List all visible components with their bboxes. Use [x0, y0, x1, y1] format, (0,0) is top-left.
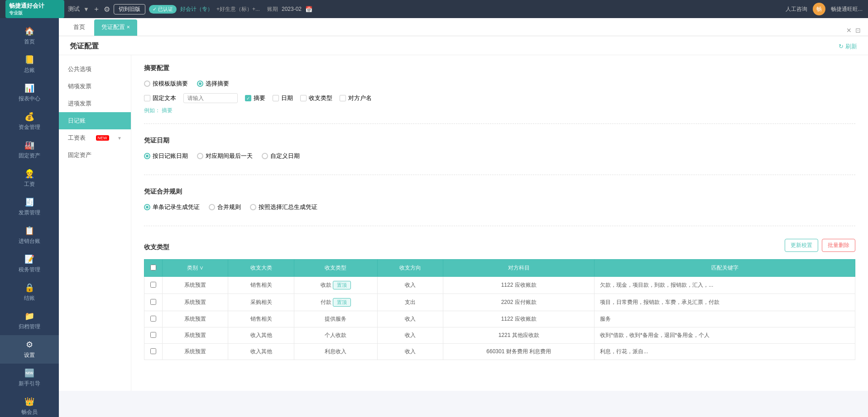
radio-journal-date[interactable]: 按日记账日期	[144, 152, 188, 160]
cb-counterpart-name[interactable]: 对方户名	[340, 94, 372, 102]
row3-counterpart: 1122 应收账款	[443, 311, 595, 327]
nav-item-purchase-invoice[interactable]: 进项发票	[59, 95, 131, 112]
sidebar-item-tax[interactable]: 📝 税务管理	[0, 250, 59, 278]
sidebar-label-assets: 固定资产	[19, 152, 40, 160]
row1-checkbox[interactable]	[144, 277, 163, 294]
nav-item-payroll-table[interactable]: 工资表 NEW ▼	[59, 129, 131, 147]
period-label: 账期	[267, 5, 278, 13]
sidebar-item-reports[interactable]: 📊 报表中心	[0, 79, 59, 107]
cb-income-type[interactable]: 收支类型	[300, 94, 332, 102]
archive-icon: 📁	[24, 311, 34, 321]
maximize-window-btn[interactable]: ⊡	[855, 27, 861, 34]
voucher-date-radio-group: 按日记账日期 对应期间最后一天 自定义日期	[144, 152, 855, 160]
fixed-text-input[interactable]	[183, 93, 238, 103]
row1-income-type: 收款 置顶	[294, 277, 377, 294]
checkbox-box-fixed	[144, 95, 150, 101]
service-label[interactable]: 人工咨询	[786, 5, 807, 13]
summary-radio-select[interactable]: 选择摘要	[197, 80, 229, 88]
row5-major-type: 收入其他	[228, 344, 294, 360]
right-content: 摘要配置 按模板版摘要 选择摘要	[131, 55, 868, 391]
sidebar-item-funds[interactable]: 💰 资金管理	[0, 107, 59, 136]
sidebar-item-archive[interactable]: 📁 归档管理	[0, 307, 59, 335]
row1-keywords: 欠款，现金，项目款，到款，报销款，汇入，...	[595, 277, 855, 294]
radio-dot-merge	[209, 204, 215, 210]
purchase-icon: 📋	[24, 226, 34, 236]
select-all-checkbox[interactable]	[150, 265, 156, 270]
sidebar-item-closing[interactable]: 🔒 结账	[0, 278, 59, 307]
row1-major-type: 销售相关	[228, 277, 294, 294]
page-title: 凭证配置	[70, 42, 99, 51]
th-category[interactable]: 类别 ∨	[163, 260, 228, 277]
radio-aggregate[interactable]: 按照选择汇总生成凭证	[250, 203, 317, 211]
period-value: 2023-02	[282, 6, 302, 12]
row1-counterpart: 1122 应收账款	[443, 277, 595, 294]
row2-top-tag[interactable]: 置顶	[333, 298, 351, 307]
avatar[interactable]: 畅	[813, 3, 825, 15]
home-icon: 🏠	[24, 26, 34, 36]
row1-top-tag[interactable]: 置顶	[333, 281, 351, 289]
row5-counterpart: 660301 财务费用 利息费用	[443, 344, 595, 360]
invoice-icon: 🧾	[24, 197, 34, 207]
batch-delete-btn[interactable]: 批量删除	[822, 239, 855, 252]
closing-icon: 🔒	[24, 283, 34, 293]
tab-home[interactable]: 首页	[66, 19, 92, 36]
row5-checkbox[interactable]	[144, 344, 163, 360]
sidebar-label-archive: 归档管理	[19, 323, 40, 331]
row4-checkbox[interactable]	[144, 327, 163, 344]
table-row: 系统预置 销售相关 提供服务 收入	[144, 311, 855, 327]
th-direction: 收支方向	[377, 260, 443, 277]
ledger-icon: 📒	[24, 55, 34, 65]
nav-item-fixed-assets[interactable]: 固定资产	[59, 147, 131, 164]
nav-item-journal[interactable]: 日记账	[59, 112, 131, 129]
cb-summary[interactable]: ✓ 摘要	[245, 94, 265, 102]
radio-dot-single	[144, 204, 150, 210]
sidebar-item-home[interactable]: 🏠 首页	[0, 22, 59, 50]
cb-date[interactable]: 日期	[273, 94, 293, 102]
checkbox-box-counterpart	[340, 95, 346, 101]
sidebar-item-invoice[interactable]: 🧾 发票管理	[0, 193, 59, 221]
radio-dot-period	[197, 153, 203, 159]
summary-radio-template[interactable]: 按模板版摘要	[144, 80, 188, 88]
sidebar-item-purchase[interactable]: 📋 进销台账	[0, 221, 59, 250]
dropdown-arrow-icon[interactable]: ▼	[83, 6, 89, 13]
th-checkbox[interactable]	[144, 260, 163, 277]
funds-icon: 💰	[24, 112, 34, 122]
sidebar-item-assets[interactable]: 🏭 固定资产	[0, 136, 59, 164]
company-name[interactable]: 测试	[68, 5, 80, 13]
sidebar-label-tax: 税务管理	[19, 266, 40, 274]
radio-single-record[interactable]: 单条记录生成凭证	[144, 203, 200, 211]
main-layout: 🏠 首页 📒 总账 📊 报表中心 💰 资金管理 🏭 固定资产 👷 工资 🧾 发票…	[0, 18, 868, 417]
calendar-icon[interactable]: 📅	[305, 6, 312, 13]
tab-voucher-config[interactable]: 凭证配置 ×	[94, 19, 137, 36]
sidebar-item-payroll[interactable]: 👷 工资	[0, 164, 59, 193]
add-icon[interactable]: ＋	[93, 5, 100, 14]
checkbox-box-summary: ✓	[245, 95, 251, 101]
radio-period-last[interactable]: 对应期间最后一天	[197, 152, 253, 160]
tax-icon: 📝	[24, 254, 34, 264]
sidebar-item-settings[interactable]: ⚙ 设置	[0, 335, 59, 364]
close-window-btn[interactable]: ✕	[846, 27, 852, 34]
switch-old-btn[interactable]: 切到旧版	[114, 4, 145, 14]
radio-merge-rule[interactable]: 合并规则	[209, 203, 241, 211]
sidebar-item-ledger[interactable]: 📒 总账	[0, 50, 59, 79]
sidebar-label-payroll: 工资	[24, 180, 35, 188]
username[interactable]: 畅捷通旺旺...	[831, 5, 863, 13]
nav-item-public[interactable]: 公共选项	[59, 61, 131, 78]
row3-checkbox[interactable]	[144, 311, 163, 327]
update-config-btn[interactable]: 更新校置	[785, 239, 818, 252]
radio-dot-journal	[144, 153, 150, 159]
row5-category: 系统预置	[163, 344, 228, 360]
settings-icon[interactable]: ⚙	[104, 5, 110, 14]
nav-item-sales-invoice[interactable]: 销项发票	[59, 78, 131, 95]
radio-custom-date[interactable]: 自定义日期	[262, 152, 300, 160]
sidebar-item-guide[interactable]: 🆕 新手引导	[0, 364, 59, 392]
voucher-date-section: 凭证日期 按日记账日期 对应期间最后一天	[144, 137, 855, 175]
row4-category: 系统预置	[163, 327, 228, 344]
row2-checkbox[interactable]	[144, 294, 163, 311]
refresh-btn[interactable]: ↻ 刷新	[839, 43, 857, 51]
th-major-type: 收支大类	[228, 260, 294, 277]
cb-fixed-text[interactable]: 固定文本	[144, 94, 176, 102]
sidebar-item-member[interactable]: 👑 畅会员	[0, 392, 59, 417]
topbar-right: 人工咨询 畅 畅捷通旺旺...	[786, 3, 863, 15]
refresh-icon: ↻	[839, 43, 844, 50]
